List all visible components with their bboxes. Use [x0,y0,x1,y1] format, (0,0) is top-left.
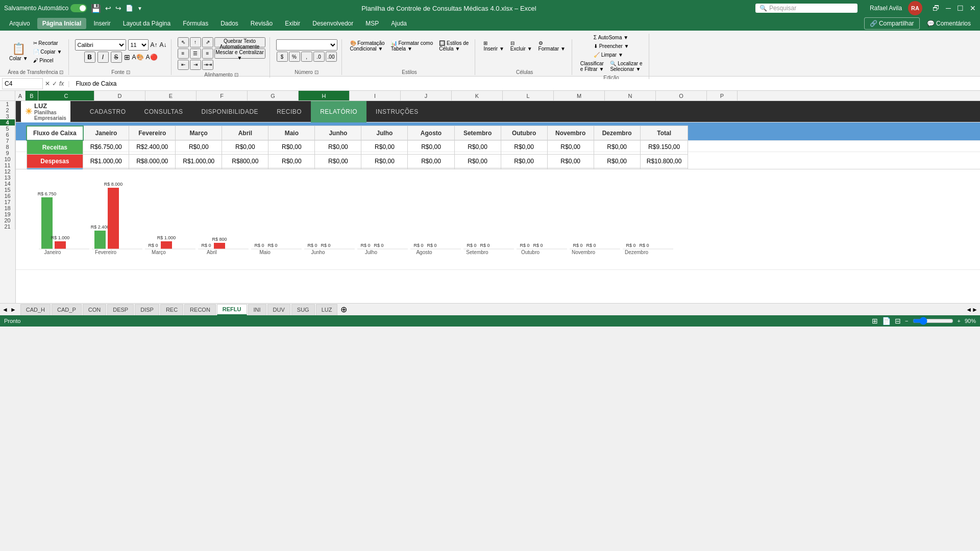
td-value-despesas-9[interactable]: R$0,00 [501,154,547,168]
td-value-receitas-7[interactable]: R$0,00 [408,140,454,155]
col-header-c[interactable]: C [38,91,94,101]
td-value-despesas-2[interactable]: R$1.000,00 [176,154,222,168]
close-icon[interactable]: ✕ [970,4,976,12]
sheet-tab-recon[interactable]: RECON [184,304,216,315]
sheet-tab-duv[interactable]: DUV [267,304,290,315]
indent-right-button[interactable]: ⇥ [190,60,201,70]
comments-button[interactable]: 💬 Comentários [922,18,976,29]
row-num-17[interactable]: 17 [0,199,15,205]
align-top-left-button[interactable]: ⇖ [178,37,189,47]
row-num-16[interactable]: 16 [0,193,15,199]
col-header-p[interactable]: P [707,91,738,101]
fill-color-icon[interactable]: A🎨 [132,54,144,61]
col-header-i[interactable]: I [350,91,401,101]
decrease-font-icon[interactable]: A↓ [160,41,167,48]
sheet-tab-sug[interactable]: SUG [291,304,315,315]
save-icon[interactable]: 💾 [91,4,101,13]
col-header-g[interactable]: G [248,91,299,101]
menu-revisao[interactable]: Revisão [246,18,278,29]
menu-msp[interactable]: MSP [360,18,384,29]
formula-function-icon[interactable]: fx [59,80,64,87]
paste-button[interactable]: 📋 Colar ▼ [7,41,30,62]
maximize-icon[interactable]: ☐ [957,4,964,12]
col-header-d[interactable]: D [94,91,145,101]
row-num-9[interactable]: 9 [0,150,15,156]
minimize-icon[interactable]: ─ [946,4,951,12]
share-button[interactable]: 🔗 Compartilhar [864,17,920,30]
col-header-o[interactable]: O [656,91,707,101]
row-num-8[interactable]: 8 [0,144,15,150]
row-num-18[interactable]: 18 [0,205,15,211]
menu-arquivo[interactable]: Arquivo [4,18,35,29]
row-num-3[interactable]: 3 [0,113,15,119]
nav-recibo[interactable]: RECIBO [267,101,311,122]
align-center-button[interactable]: ☰ [190,48,201,59]
format-button[interactable]: ⚙Formatar ▼ [536,39,568,53]
menu-inserir[interactable]: Inserir [88,18,115,29]
td-value-receitas-10[interactable]: R$0,00 [547,140,594,155]
copy-button[interactable]: 📄 Copiar ▼ [31,48,64,56]
insert-button[interactable]: ⊞Inserir ▼ [481,39,506,53]
currency-button[interactable]: $ [277,52,288,62]
normal-view-icon[interactable]: ⊞ [872,317,878,325]
col-header-a[interactable]: A [15,91,26,101]
sort-filter-button[interactable]: Classificare Filtrar ▼ [578,60,606,73]
nav-left-icon[interactable]: ◄ [2,306,8,313]
nav-cadastro[interactable]: CADASTRO [81,101,135,122]
sheet-tab-reflu[interactable]: REFLU [217,304,247,315]
col-header-m[interactable]: M [554,91,605,101]
indent-right2-button[interactable]: ⇥⇥ [202,60,213,70]
td-value-despesas-3[interactable]: R$800,00 [222,154,268,168]
dropdown-icon[interactable]: ▼ [137,6,142,11]
page-layout-view-icon[interactable]: 📄 [882,317,891,325]
menu-layout[interactable]: Layout da Página [118,18,176,29]
td-value-receitas-6[interactable]: R$0,00 [361,140,408,155]
auto-save-toggle[interactable] [70,4,87,12]
td-value-despesas-8[interactable]: R$0,00 [454,154,501,168]
menu-formulas[interactable]: Fórmulas [178,18,213,29]
row-num-12[interactable]: 12 [0,168,15,174]
td-value-receitas-11[interactable]: R$0,00 [594,140,640,155]
nav-instrucoes[interactable]: INSTRUÇÕES [366,101,428,122]
wrap-text-button[interactable]: Quebrar Texto Automaticamente [214,37,265,47]
td-value-despesas-1[interactable]: R$8.000,00 [129,154,176,168]
row-num-5[interactable]: 5 [0,126,15,132]
bold-button[interactable]: B [84,52,95,63]
comma-button[interactable]: , [301,52,312,62]
border-icon[interactable]: ⊞ [124,53,130,61]
sheet-tab-rec[interactable]: REC [160,304,183,315]
td-value-despesas-10[interactable]: R$0,00 [547,154,594,168]
row-num-2[interactable]: 2 [0,107,15,113]
td-value-receitas-3[interactable]: R$0,00 [222,140,268,155]
sheet-tab-con[interactable]: CON [83,304,106,315]
col-header-n[interactable]: N [605,91,656,101]
row-num-19[interactable]: 19 [0,211,15,217]
row-num-14[interactable]: 14 [0,181,15,187]
restore-icon[interactable]: 🗗 [933,4,940,12]
zoom-in-icon[interactable]: + [958,318,961,324]
nav-consultas[interactable]: CONSULTAS [135,101,192,122]
font-family-select[interactable]: Calibri [75,39,126,51]
find-select-button[interactable]: 🔍 Localizar eSelecionar ▼ [608,60,644,73]
format-table-button[interactable]: 📊 Formatar comoTabela ▼ [389,39,435,53]
row-num-4[interactable]: 4 [0,119,15,126]
cell-reference-input[interactable]: C4 [2,78,43,89]
nav-relatorio[interactable]: RELATÓRIO [311,101,366,122]
add-sheet-button[interactable]: ⊕ [340,305,347,314]
td-value-despesas-12[interactable]: R$10.800,00 [640,154,688,168]
menu-desenvolvedor[interactable]: Desenvolvedor [307,18,358,29]
td-value-receitas-1[interactable]: R$2.400,00 [129,140,176,155]
row-num-6[interactable]: 6 [0,132,15,138]
row-num-15[interactable]: 15 [0,187,15,193]
autosum-button[interactable]: Σ AutoSoma ▼ [592,34,631,41]
align-top-center-button[interactable]: ↑ [190,37,201,47]
td-value-despesas-7[interactable]: R$0,00 [408,154,454,168]
sheet-tab-cad-h[interactable]: CAD_H [20,304,51,315]
decrease-decimal-button[interactable]: .00 [326,52,337,62]
font-color-icon[interactable]: A🔴 [146,54,158,61]
user-avatar[interactable]: RA [908,1,922,15]
cell-styles-button[interactable]: 🔲 Estilos deCélula ▼ [437,39,471,53]
menu-pagina-inicial[interactable]: Página Inicial [37,18,87,29]
font-size-select[interactable]: 11 [128,39,149,51]
page-break-view-icon[interactable]: ⊟ [895,317,901,325]
